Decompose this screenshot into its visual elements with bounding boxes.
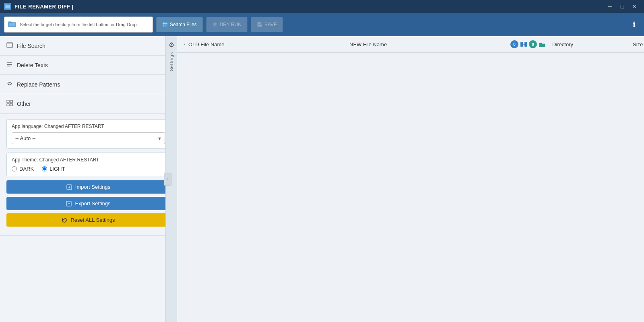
dark-radio[interactable] <box>12 166 17 171</box>
dir-placeholder-text: Select the target directory from the lef… <box>20 22 149 27</box>
save-button[interactable]: SAVE <box>251 17 283 32</box>
table-body <box>177 53 644 322</box>
dry-run-button[interactable]: DRY RUN <box>206 17 248 32</box>
svg-rect-16 <box>7 103 9 106</box>
col-old-header: OLD File Name <box>188 41 349 47</box>
other-icon <box>6 100 13 107</box>
light-label: LIGHT <box>50 166 65 172</box>
svg-rect-7 <box>258 22 260 24</box>
toolbar: Select the target directory from the lef… <box>0 13 644 36</box>
folder-icon[interactable] <box>8 20 17 29</box>
svg-rect-9 <box>7 43 12 47</box>
delete-texts-section-header[interactable]: Delete Texts ⌄ <box>0 56 177 75</box>
table-expand-arrow[interactable]: › <box>184 40 185 48</box>
file-search-label: File Search <box>17 43 45 49</box>
replace-patterns-label: Replace Patterns <box>17 81 60 88</box>
settings-sidebar-label[interactable]: Settings <box>169 52 174 71</box>
language-label: App language: Changed AFTER RESTART <box>12 124 165 129</box>
search-files-button[interactable]: Search Files <box>156 17 203 32</box>
col-directory-header: Directory <box>552 41 633 47</box>
rename-icon <box>520 41 527 47</box>
theme-label: App Theme: Changed AFTER RESTART <box>12 157 165 163</box>
window-controls: ─ □ ✕ <box>605 1 640 12</box>
language-setting-box: App language: Changed AFTER RESTART -- A… <box>6 119 170 149</box>
theme-light-option[interactable]: LIGHT <box>42 166 65 172</box>
svg-rect-2 <box>163 22 167 27</box>
directory-selector[interactable]: Select the target directory from the lef… <box>4 17 153 33</box>
restore-button[interactable]: □ <box>617 1 628 12</box>
app-title: FILE RENAMER DIFF | <box>14 4 74 10</box>
minimize-button[interactable]: ─ <box>605 1 616 12</box>
right-panel: › OLD File Name NEW File Name 0 0 Direct… <box>177 36 644 322</box>
other-label: Other <box>17 101 31 107</box>
title-bar: FILE RENAMER DIFF | ─ □ ✕ <box>0 0 644 13</box>
other-section-content: App language: Changed AFTER RESTART -- A… <box>0 114 177 236</box>
col-new-header: NEW File Name <box>349 41 510 47</box>
theme-setting-box: App Theme: Changed AFTER RESTART DARK LI… <box>6 153 170 176</box>
theme-radio-group: DARK LIGHT <box>12 166 165 172</box>
badge-blue: 0 <box>510 40 518 48</box>
other-section-header[interactable]: Other ⌃ <box>0 94 177 114</box>
main-layout: File Search ⌄ Delete Texts ⌄ Replace Pat… <box>0 36 644 322</box>
language-select[interactable]: -- Auto -- English Spanish French German <box>12 132 165 144</box>
badge-teal: 0 <box>529 40 537 48</box>
title-bar-left: FILE RENAMER DIFF | <box>4 3 74 10</box>
folder-table-icon <box>539 41 546 47</box>
svg-rect-17 <box>10 103 12 106</box>
delete-texts-label: Delete Texts <box>17 62 48 68</box>
svg-rect-8 <box>258 25 262 27</box>
import-settings-button[interactable]: Import Settings <box>6 180 170 194</box>
replace-patterns-icon <box>6 80 13 88</box>
svg-rect-14 <box>7 100 9 103</box>
reset-settings-button[interactable]: Reset ALL Settings <box>6 213 170 227</box>
file-search-section-header[interactable]: File Search ⌄ <box>0 36 177 56</box>
export-settings-button[interactable]: Export Settings <box>6 197 170 210</box>
svg-rect-1 <box>5 4 7 5</box>
replace-patterns-section-header[interactable]: Replace Patterns ⌄ <box>0 75 177 94</box>
file-search-icon <box>6 42 13 50</box>
col-size-header: Size <box>633 41 644 47</box>
app-icon <box>4 3 11 10</box>
left-panel: File Search ⌄ Delete Texts ⌄ Replace Pat… <box>0 36 177 322</box>
dark-label: DARK <box>19 166 34 172</box>
settings-gear-icon[interactable]: ⚙ <box>169 41 174 49</box>
theme-dark-option[interactable]: DARK <box>12 166 34 172</box>
table-header: › OLD File Name NEW File Name 0 0 Direct… <box>177 36 644 53</box>
svg-rect-15 <box>10 100 12 103</box>
close-button[interactable]: ✕ <box>629 1 640 12</box>
svg-rect-23 <box>524 42 527 47</box>
language-select-wrapper: -- Auto -- English Spanish French German… <box>12 132 165 144</box>
delete-texts-icon <box>6 61 13 69</box>
col-badges: 0 0 <box>510 40 546 48</box>
panel-collapse-arrow[interactable]: › <box>164 173 171 186</box>
info-button[interactable]: ℹ <box>628 19 640 31</box>
svg-rect-0 <box>5 5 10 8</box>
light-radio[interactable] <box>42 166 47 171</box>
svg-rect-22 <box>520 42 523 47</box>
